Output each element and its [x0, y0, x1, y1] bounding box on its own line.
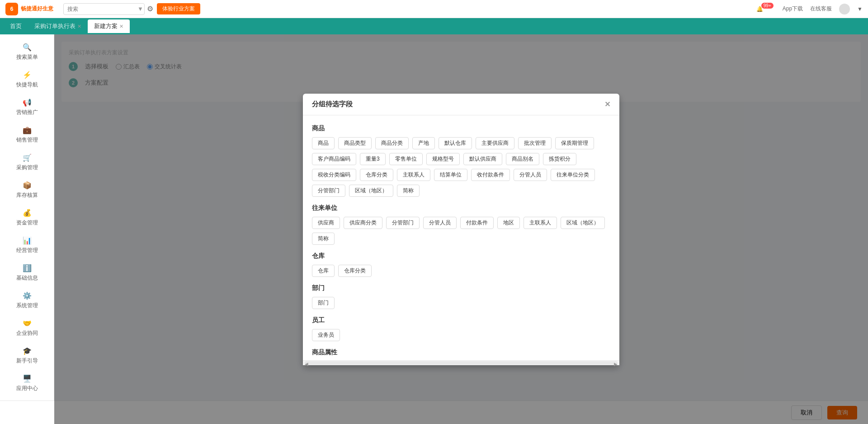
sidebar-item-quick-nav[interactable]: ⚡ 快捷导航 — [0, 66, 54, 93]
section-product-title: 商品 — [312, 124, 610, 133]
field-tag[interactable]: 简称 — [397, 185, 420, 197]
trial-btn[interactable]: 体验行业方案 — [157, 3, 200, 14]
marketing-icon: 📢 — [23, 98, 32, 107]
field-tag[interactable]: 供应商分类 — [344, 217, 382, 229]
field-tag[interactable]: 税收分类编码 — [312, 169, 356, 181]
department-field-grid: 部门 — [312, 297, 610, 309]
section-warehouse: 仓库 仓库仓库分类 — [312, 252, 610, 277]
section-product-attr: 商品属性 属性颜色多规格尺码鞋码1 — [312, 348, 610, 361]
newbie-icon: 🎓 — [23, 346, 32, 355]
content-area: 采购订单执行表方案设置 1 选择模板 汇总表 交叉统计表 2 方案配置 — [54, 34, 868, 424]
logo-area: 6 畅捷通好生意 — [5, 3, 60, 15]
top-header: 6 畅捷通好生意 ▼ ⚙ 体验行业方案 🔔99+ App下载 在线客服 ▼ — [0, 0, 868, 18]
field-tag[interactable]: 收付款条件 — [471, 169, 510, 181]
sidebar-item-newbie[interactable]: 🎓 新手引导 — [0, 342, 54, 369]
user-avatar[interactable] — [839, 4, 850, 14]
field-tag[interactable]: 客户商品编码 — [312, 153, 356, 165]
dialog-close-btn[interactable]: ✕ — [604, 100, 610, 109]
sidebar: 🔍 搜索菜单 ⚡ 快捷导航 📢 营销推广 💼 销售管理 🛒 采购管理 📦 库存核… — [0, 34, 54, 424]
dialog-overlay: 分组待选字段 ✕ 商品 商品商品类型商品分类产地默认仓库主要供应商批次管理保质期… — [54, 34, 868, 424]
system-icon: ⚙️ — [23, 291, 32, 300]
app-download-link[interactable]: App下载 — [783, 5, 803, 13]
online-service-link[interactable]: 在线客服 — [810, 5, 832, 13]
field-tag[interactable]: 往来单位分类 — [551, 169, 595, 181]
purchase-icon: 🛒 — [23, 153, 32, 162]
field-tag[interactable]: 主联系人 — [397, 169, 430, 181]
settings-icon[interactable]: ⚙ — [147, 5, 153, 13]
tab-new-plan-close[interactable]: ✕ — [119, 24, 123, 29]
header-search-input[interactable] — [63, 3, 145, 15]
field-tag[interactable]: 商品别名 — [506, 153, 539, 165]
section-partner: 往来单位 供应商供应商分类分管部门分管人员付款条件地区主联系人区域（地区）简称 — [312, 204, 610, 245]
header-right: 🔔99+ App下载 在线客服 ▼ — [756, 4, 863, 14]
sidebar-item-search[interactable]: 🔍 搜索菜单 — [0, 38, 54, 66]
field-tag[interactable]: 区域（地区） — [561, 217, 605, 229]
scrollbar-track[interactable] — [305, 361, 618, 365]
field-tag[interactable]: 付款条件 — [460, 217, 494, 229]
search-menu-icon: 🔍 — [23, 43, 32, 52]
tab-purchase-exec[interactable]: 采购订单执行表 ✕ — [28, 19, 88, 33]
field-tag[interactable]: 保质期管理 — [555, 137, 594, 149]
field-tag[interactable]: 部门 — [312, 297, 335, 309]
field-tag[interactable]: 商品 — [312, 137, 335, 149]
field-tag[interactable]: 默认供应商 — [463, 153, 502, 165]
field-tag[interactable]: 地区 — [497, 217, 520, 229]
sidebar-item-purchase[interactable]: 🛒 采购管理 — [0, 148, 54, 176]
field-tag[interactable]: 业务员 — [312, 329, 340, 341]
app-center-icon: 🖥️ — [23, 374, 32, 383]
logo-text: 畅捷通好生意 — [21, 5, 53, 12]
dialog-horizontal-scrollbar[interactable]: ◀ ▶ — [303, 360, 619, 365]
partner-field-grid: 供应商供应商分类分管部门分管人员付款条件地区主联系人区域（地区）简称 — [312, 217, 610, 245]
field-tag[interactable]: 主要供应商 — [476, 137, 514, 149]
warehouse-field-grid: 仓库仓库分类 — [312, 265, 610, 277]
field-tag[interactable]: 分管部门 — [386, 217, 420, 229]
employee-field-grid: 业务员 — [312, 329, 610, 341]
logo-icon: 6 — [5, 3, 18, 15]
field-tag[interactable]: 区域（地区） — [349, 185, 393, 197]
field-tag[interactable]: 拣货积分 — [543, 153, 576, 165]
section-department-title: 部门 — [312, 284, 610, 292]
sidebar-item-sales[interactable]: 💼 销售管理 — [0, 121, 54, 148]
sales-icon: 💼 — [23, 125, 32, 134]
field-tag[interactable]: 结算单位 — [434, 169, 467, 181]
section-employee-title: 员工 — [312, 316, 610, 324]
management-icon: 📊 — [23, 236, 32, 245]
sidebar-item-app-center[interactable]: 🖥️ 应用中心 — [0, 369, 54, 397]
nav-tabs-bar: 首页 采购订单执行表 ✕ 新建方案 ✕ — [0, 18, 868, 34]
field-tag[interactable]: 仓库分类 — [338, 265, 372, 277]
section-employee: 员工 业务员 — [312, 316, 610, 341]
dialog-body[interactable]: 商品 商品商品类型商品分类产地默认仓库主要供应商批次管理保质期管理客户商品编码重… — [303, 115, 619, 361]
tab-purchase-exec-close[interactable]: ✕ — [77, 24, 81, 29]
field-tag[interactable]: 仓库 — [312, 265, 335, 277]
sidebar-item-enterprise[interactable]: 🤝 企业协同 — [0, 314, 54, 342]
sidebar-item-inventory[interactable]: 📦 库存核算 — [0, 176, 54, 204]
field-tag[interactable]: 默认仓库 — [439, 137, 472, 149]
sidebar-item-marketing[interactable]: 📢 营销推广 — [0, 93, 54, 121]
section-product: 商品 商品商品类型商品分类产地默认仓库主要供应商批次管理保质期管理客户商品编码重… — [312, 124, 610, 197]
sidebar-item-management[interactable]: 📊 经营管理 — [0, 231, 54, 259]
sidebar-item-system[interactable]: ⚙️ 系统管理 — [0, 286, 54, 314]
field-tag[interactable]: 商品分类 — [375, 137, 409, 149]
field-tag[interactable]: 商品类型 — [338, 137, 372, 149]
field-tag[interactable]: 分管人员 — [423, 217, 457, 229]
field-tag[interactable]: 简称 — [312, 233, 335, 245]
user-menu-arrow[interactable]: ▼ — [857, 6, 863, 12]
field-tag[interactable]: 批次管理 — [518, 137, 552, 149]
section-warehouse-title: 仓库 — [312, 252, 610, 260]
field-tag[interactable]: 主联系人 — [524, 217, 557, 229]
tab-home[interactable]: 首页 — [4, 19, 28, 33]
sidebar-item-basic-info[interactable]: ℹ️ 基础信息 — [0, 259, 54, 286]
sidebar-item-finance[interactable]: 💰 资金管理 — [0, 204, 54, 231]
notification-area[interactable]: 🔔99+ — [756, 6, 775, 12]
field-tag[interactable]: 仓库分类 — [360, 169, 393, 181]
field-tag[interactable]: 重量3 — [360, 153, 386, 165]
field-tag[interactable]: 分管部门 — [312, 185, 345, 197]
quick-nav-icon: ⚡ — [23, 70, 32, 79]
section-product-attr-title: 商品属性 — [312, 348, 610, 357]
tab-new-plan[interactable]: 新建方案 ✕ — [88, 19, 130, 33]
field-tag[interactable]: 分管人员 — [514, 169, 547, 181]
field-tag[interactable]: 供应商 — [312, 217, 340, 229]
field-tag[interactable]: 零售单位 — [389, 153, 423, 165]
field-tag[interactable]: 产地 — [412, 137, 435, 149]
field-tag[interactable]: 规格型号 — [426, 153, 460, 165]
